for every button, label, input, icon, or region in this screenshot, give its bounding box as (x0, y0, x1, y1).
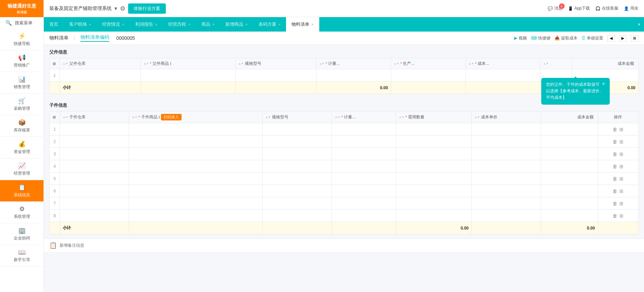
sub-tab-bom-list[interactable]: 物料清单 (49, 35, 69, 41)
sidebar-item-quick-nav[interactable]: ⚡ 快捷导航 (0, 29, 44, 50)
child-qty-cell[interactable] (396, 197, 472, 210)
expand-button[interactable]: ⊞ (631, 35, 639, 42)
video-action[interactable]: ▶ 视频 (514, 35, 527, 41)
child-unit-cell[interactable] (332, 197, 396, 210)
delete-row-icon[interactable]: 🗑 (612, 213, 617, 219)
child-spec-cell[interactable] (262, 210, 332, 222)
close-tab-profit[interactable]: × (155, 22, 157, 26)
tab-operations[interactable]: 经营情况 × (97, 17, 129, 32)
child-product-cell[interactable] (129, 185, 263, 197)
nav-next-button[interactable]: ▶ (619, 35, 627, 42)
child-sort-qty[interactable]: ▲▼ (399, 116, 404, 119)
delete-row-icon[interactable]: 🗑 (612, 151, 617, 157)
sort-spec-icon[interactable]: ▲▼ (238, 62, 244, 65)
tab-barcode[interactable]: 条码方案 × (253, 17, 286, 32)
child-sort-product[interactable]: ▲▼ (132, 116, 137, 119)
child-qty-cell[interactable] (396, 123, 472, 136)
close-tab-barcode[interactable]: × (278, 22, 281, 26)
delete-row-icon[interactable]: 🗑 (612, 139, 617, 144)
delete-row-icon[interactable]: 🗑 (612, 201, 617, 206)
child-unit-cell[interactable] (332, 160, 396, 173)
close-tab-history[interactable]: × (188, 22, 190, 26)
sort-product-icon[interactable]: ▲▼ (144, 62, 149, 65)
parent-product-cell[interactable] (140, 69, 235, 82)
sort-extra-icon[interactable]: ▲▼ (543, 62, 549, 65)
child-product-cell[interactable] (129, 173, 263, 185)
child-sort-unit-price[interactable]: ▲▼ (474, 116, 480, 119)
online-service-action[interactable]: 🎧 在线客服 (595, 5, 618, 11)
child-unit-price-cell[interactable] (472, 173, 541, 185)
sidebar-item-operations[interactable]: 📈 经营管理 (0, 159, 44, 180)
messages-action[interactable]: 💬 消息 6 (548, 5, 562, 11)
child-product-cell[interactable] (129, 197, 263, 210)
child-unit-price-cell[interactable] (472, 136, 541, 148)
add-remark-icon[interactable]: 📋 (49, 242, 57, 249)
app-download-action[interactable]: 📱 App下载 (568, 5, 590, 11)
sidebar-item-basic-info[interactable]: 📋 基础信息 (0, 180, 44, 202)
close-tab-products[interactable]: × (212, 22, 214, 26)
parent-unit-cell[interactable] (316, 69, 391, 82)
sidebar-item-purchase[interactable]: 🛒 采购管理 (0, 94, 44, 115)
child-unit-cell[interactable] (332, 210, 396, 222)
copy-row-icon[interactable]: ⊞ (619, 213, 623, 219)
child-unit-price-cell[interactable] (472, 148, 541, 160)
child-spec-cell[interactable] (262, 136, 332, 148)
experience-industry-button[interactable]: 体验行业方案 (128, 3, 166, 14)
close-tab-bom[interactable]: × (311, 22, 313, 26)
child-spec-cell[interactable] (262, 123, 332, 136)
child-warehouse-cell[interactable] (60, 148, 129, 160)
child-unit-cell[interactable] (332, 123, 396, 136)
child-warehouse-cell[interactable] (60, 210, 129, 222)
add-remark-label[interactable]: 新增备注信息 (60, 243, 84, 248)
child-qty-cell[interactable] (396, 185, 472, 197)
child-unit-cell[interactable] (332, 136, 396, 148)
child-spec-cell[interactable] (262, 185, 332, 197)
child-warehouse-cell[interactable] (60, 185, 129, 197)
delete-row-icon[interactable]: 🗑 (612, 127, 617, 132)
sort-warehouse-icon[interactable]: ▲▼ (63, 62, 68, 65)
child-unit-price-cell[interactable] (472, 185, 541, 197)
tab-history[interactable]: 经营历程 × (163, 17, 196, 32)
copy-row-icon[interactable]: ⊞ (619, 176, 623, 182)
tab-bom[interactable]: 物料清单 × (286, 17, 319, 32)
hotkey-action[interactable]: ⌨ 快捷键 (531, 35, 550, 41)
child-spec-cell[interactable] (262, 197, 332, 210)
child-sort-warehouse[interactable]: ▲▼ (63, 116, 68, 119)
parent-warehouse-cell[interactable] (60, 69, 141, 82)
copy-row-icon[interactable]: ⊞ (619, 188, 623, 194)
sub-tab-bom-code[interactable]: 物料清单编码 (80, 34, 109, 42)
child-product-cell[interactable] (129, 210, 263, 222)
child-unit-price-cell[interactable] (472, 123, 541, 136)
scan-input-button[interactable]: 扫码录入 (161, 114, 182, 120)
copy-row-icon[interactable]: ⊞ (619, 127, 623, 132)
system-dropdown-button[interactable]: ▾ (114, 5, 117, 12)
sort-produce-icon[interactable]: ▲▼ (394, 62, 399, 65)
child-qty-cell[interactable] (396, 148, 472, 160)
close-all-tabs-button[interactable]: × (634, 22, 644, 27)
child-warehouse-cell[interactable] (60, 160, 129, 173)
child-unit-price-cell[interactable] (472, 210, 541, 222)
child-qty-cell[interactable] (396, 173, 472, 185)
tooltip-close-button[interactable]: × (602, 81, 605, 86)
copy-row-icon[interactable]: ⊞ (619, 164, 623, 169)
close-tab-new-product[interactable]: × (245, 22, 247, 26)
child-warehouse-cell[interactable] (60, 173, 129, 185)
delete-row-icon[interactable]: 🗑 (612, 176, 617, 182)
child-unit-price-cell[interactable] (472, 160, 541, 173)
child-product-cell[interactable] (129, 148, 263, 160)
sidebar-item-marketing[interactable]: 📢 营销推广 (0, 50, 44, 72)
extract-cost-action[interactable]: 📥 提取成本 (555, 35, 578, 41)
delete-row-icon[interactable]: 🗑 (612, 188, 617, 194)
tab-customer[interactable]: 客户联络 × (64, 17, 97, 32)
parent-produce-cell[interactable] (391, 69, 466, 82)
sidebar-item-guide[interactable]: 📖 新手引导 (0, 245, 44, 267)
tab-home[interactable]: 首页 (44, 17, 64, 32)
nav-prev-button[interactable]: ◀ (607, 35, 615, 42)
child-unit-cell[interactable] (332, 148, 396, 160)
single-settings-action[interactable]: ☰ 单据设置 (582, 35, 603, 41)
sidebar-item-inventory[interactable]: 📦 库存核算 (0, 115, 44, 137)
child-product-cell[interactable] (129, 136, 263, 148)
child-spec-cell[interactable] (262, 160, 332, 173)
child-warehouse-cell[interactable] (60, 136, 129, 148)
sidebar-item-sales[interactable]: 📊 销售管理 (0, 72, 44, 94)
